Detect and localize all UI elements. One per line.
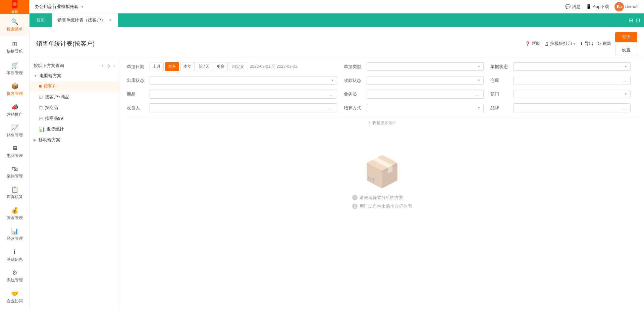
filter-cell-dept: 部门 ▾ (490, 90, 637, 98)
brand-dots: … (622, 105, 627, 110)
sidebar-item-basicinfo[interactable]: ℹ 基础信息 (0, 245, 30, 266)
settlement-select[interactable]: ▾ (367, 104, 484, 112)
sidebar-item-basicinfo-label: 基础信息 (7, 257, 23, 262)
tab-close-icon[interactable]: ✕ (109, 18, 112, 22)
date-btn-this-month[interactable]: 本月 (165, 62, 179, 71)
logo-icon: 🧧 (10, 0, 19, 9)
filter-cell-date: 单据日期 上月 本月 本年 近7天 更多 自定义 2023-03-01 至 20… (127, 62, 344, 71)
date-btn-7days[interactable]: 近7天 (196, 62, 212, 71)
doc-type-select[interactable]: ▾ (367, 62, 484, 71)
mobile-group-label: 移动端方案 (39, 137, 60, 143)
sidebar-item-wholesale[interactable]: 📦 批发管理 (0, 79, 30, 100)
collapse-bar[interactable]: ∧ 收起更多条件 (127, 117, 637, 127)
topbar-right: 💬 消息 📱 App下载 Ea demo2 (565, 2, 639, 11)
settlement-label: 结算方式 (344, 105, 364, 111)
logo-text: 标账 (11, 9, 18, 14)
sidebar-item-ecom-label: 电商管理 (7, 153, 23, 159)
sidebar-item-marketing[interactable]: 📣 营销推广 (0, 100, 30, 121)
setting-button[interactable]: 设置 (615, 45, 637, 55)
recipient-select[interactable]: … (150, 103, 337, 112)
tab-sales-stat-label: 销售单统计表（按客户） (57, 17, 105, 23)
help-button[interactable]: ❓ 帮助 (525, 41, 540, 47)
tab-home-label: 首页 (36, 17, 45, 23)
scheme-item-by-customer[interactable]: 按客户 (30, 81, 120, 92)
sidebar-item-operations[interactable]: 📊 经营管理 (0, 224, 30, 245)
app-download-button[interactable]: 📱 App下载 (586, 4, 609, 10)
receipt-status-select[interactable]: ▾ (367, 76, 484, 85)
scheme-item-return-stat[interactable]: 📊 退货统计 (30, 124, 120, 135)
collapse-icon: ∧ (368, 121, 371, 125)
date-btn-more[interactable]: 更多 (214, 62, 228, 71)
doc-type-arrow-icon: ▾ (478, 64, 480, 69)
sidebar-item-retail[interactable]: 🛒 零售管理 (0, 58, 30, 79)
doc-status-select[interactable]: ▾ (513, 62, 631, 71)
customer-goods-icon: ⊞ (39, 94, 43, 100)
scheme-add-icon[interactable]: + (101, 63, 104, 68)
sidebar-item-inventory-label: 库存核算 (7, 194, 23, 200)
tab-sales-stat[interactable]: 销售单统计表（按客户） ✕ (52, 13, 118, 27)
tab-home[interactable]: 首页 (30, 13, 52, 27)
sidebar-item-newuser[interactable]: 🎯 新手引导 (0, 307, 30, 310)
message-button[interactable]: 💬 消息 (565, 4, 581, 10)
finance-icon: 💰 (11, 207, 18, 214)
scheme-item-by-goods[interactable]: ⊟ 按商品 (30, 102, 120, 113)
scheme-header: 按以下方案查询 + ⊙ « (30, 61, 120, 71)
scheme-header-title: 按以下方案查询 (34, 63, 98, 69)
query-button[interactable]: 查询 (615, 32, 637, 42)
ecom-icon: 🖥 (12, 145, 18, 152)
sidebar-item-search[interactable]: 🔍 搜索菜单 (0, 14, 30, 36)
date-btn-custom[interactable]: 自定义 (229, 62, 247, 71)
topbar-title: 办公用品行业模拟账套 (35, 4, 78, 10)
sidebar-item-purchase-label: 采购管理 (7, 173, 23, 179)
sidebar-item-finance[interactable]: 💰 资金管理 (0, 203, 30, 224)
salesman-dots: … (475, 92, 480, 97)
out-status-arrow-icon: ▾ (331, 78, 333, 83)
tab-minimize-icon[interactable]: ⊟ (629, 17, 633, 23)
scheme-edit-icon[interactable]: ⊙ (106, 63, 110, 68)
print-button[interactable]: 🖨 按模板打印 ▾ (544, 41, 576, 47)
warehouse-select[interactable]: … (513, 76, 631, 85)
brand-select[interactable]: … (513, 103, 631, 112)
export-button[interactable]: ⬆ 导出 (580, 41, 593, 47)
refresh-button[interactable]: ↻ 刷新 (597, 41, 611, 47)
sidebar-logo[interactable]: 🧧 标账 (0, 0, 30, 14)
topbar-dropdown-icon[interactable]: ▾ (81, 4, 84, 9)
sidebar-item-inventory[interactable]: 📋 库存核算 (0, 183, 30, 203)
date-btn-this-year[interactable]: 本年 (180, 62, 195, 71)
settlement-arrow-icon: ▾ (478, 106, 480, 110)
tab-maximize-icon[interactable]: ⊡ (636, 17, 640, 23)
user-profile[interactable]: Ea demo2 (614, 2, 639, 11)
scheme-mobile-group[interactable]: ▶ 移动端方案 (30, 135, 120, 145)
filter-cell-brand: 品牌 … (490, 103, 637, 112)
sidebar-item-sales[interactable]: 📈 销售管理 (0, 121, 30, 142)
app-download-icon: 📱 (586, 4, 591, 9)
filter-cell-goods: 商品 … (127, 90, 344, 99)
doc-status-label: 单据状态 (490, 64, 511, 70)
sidebar-item-ecom[interactable]: 🖥 电商管理 (0, 142, 30, 162)
scheme-item-by-goods99[interactable]: ⊟ 按商品99 (30, 113, 120, 124)
sidebar-item-sysmanage[interactable]: ⚙ 系统管理 (0, 266, 30, 287)
sidebar-item-collab[interactable]: 🤝 企业协同 (0, 287, 30, 307)
sidebar-item-purchase[interactable]: 🛍 采购管理 (0, 162, 30, 183)
out-status-select[interactable]: ▾ (150, 76, 337, 85)
salesman-select[interactable]: … (367, 90, 484, 99)
desktop-group-arrow: ▼ (34, 73, 38, 78)
collab-icon: 🤝 (11, 290, 18, 297)
tip-text-2: 用过滤条件来缩小分析范围 (360, 203, 412, 209)
dept-label: 部门 (490, 91, 511, 97)
filter-cell-out-status: 出库状态 ▾ (127, 76, 344, 85)
scheme-item-by-customer-goods[interactable]: ⊞ 按客户+商品 (30, 92, 120, 102)
print-dropdown-icon: ▾ (573, 41, 576, 46)
message-icon: 💬 (565, 4, 571, 9)
dept-select[interactable]: ▾ (513, 90, 631, 98)
scheme-collapse-icon[interactable]: « (113, 63, 116, 68)
goods-select[interactable]: … (150, 90, 337, 99)
search-icon: 🔍 (11, 18, 18, 25)
sidebar-item-quicknav[interactable]: ⊞ 快捷导航 (0, 36, 30, 58)
tabbar: 首页 销售单统计表（按客户） ✕ ⊟ ⊡ (30, 13, 644, 27)
basicinfo-icon: ℹ (13, 248, 16, 256)
user-name: demo2 (625, 4, 639, 9)
page-title: 销售单统计表(按客户) (36, 40, 95, 48)
scheme-desktop-group-header[interactable]: ▼ 电脑端方案 (30, 71, 120, 81)
date-btn-last-month[interactable]: 上月 (150, 62, 164, 71)
